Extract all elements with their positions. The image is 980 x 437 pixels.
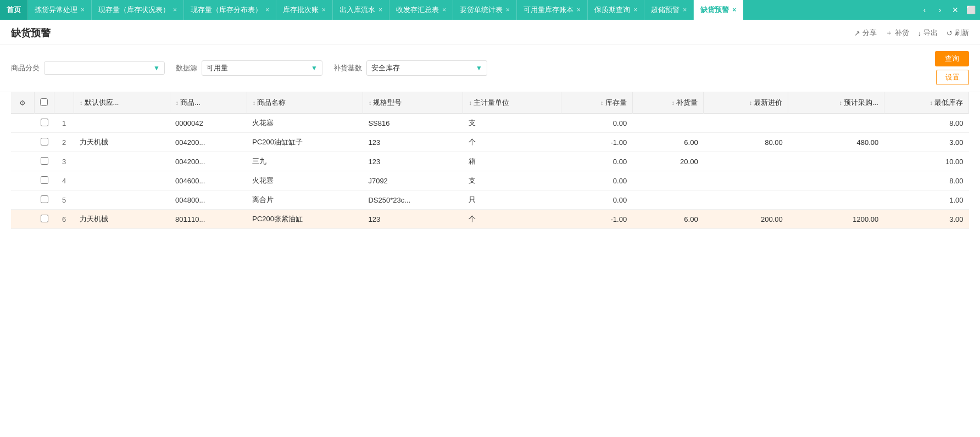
tab-shortage-warning-close[interactable]: × [732,6,736,14]
datasource-value: 可用量 [207,63,228,73]
row-min-stock: 8.00 [884,171,968,191]
tab-nav-buttons: ‹ › ✕ ⬜ [917,3,980,17]
row-spec: SS816 [363,114,463,133]
row-code: 801110... [170,210,247,229]
datasource-select[interactable]: 可用量 ▼ [202,60,322,76]
row-checkbox[interactable] [41,138,48,145]
row-setting-cell [11,191,35,210]
row-setting-cell [11,133,35,152]
tab-overstock-warning-close[interactable]: × [683,6,687,14]
col-code[interactable]: 商品... [170,92,247,114]
tab-receive-summary[interactable]: 收发存汇总表 × [389,0,453,20]
row-replenish [632,114,704,133]
tab-bar: 首页 拣货异常处理 × 现存量（库存状况表） × 现存量（库存分布表） × 库存… [0,0,980,20]
row-setting-cell [11,114,35,133]
row-checkbox-cell[interactable] [35,133,54,152]
tab-order-stats-close[interactable]: × [506,6,510,14]
row-min-stock: 3.00 [884,133,968,152]
row-checkbox-cell[interactable] [35,191,54,210]
row-code: 0000042 [170,114,247,133]
category-filter-group: 商品分类 ▼ [11,61,165,75]
row-unit: 箱 [463,152,561,171]
row-checkbox-cell[interactable] [35,114,54,133]
tab-stock-dist[interactable]: 现存量（库存分布表） × [184,0,276,20]
select-all-checkbox[interactable] [40,98,48,106]
row-name: PC200张紧油缸 [247,210,363,229]
tab-exception[interactable]: 拣货异常处理 × [28,0,92,20]
row-code: 004200... [170,133,247,152]
row-replenish: 6.00 [632,133,704,152]
col-supplier[interactable]: 默认供应... [74,92,170,114]
page-title: 缺货预警 [11,26,854,40]
tab-inout-flow[interactable]: 出入库流水 × [333,0,389,20]
col-spec[interactable]: 规格型号 [363,92,463,114]
row-replenish: 6.00 [632,210,704,229]
row-min-stock: 1.00 [884,191,968,210]
col-name[interactable]: 商品名称 [247,92,363,114]
tab-available-ledger[interactable]: 可用量库存账本 × [517,0,588,20]
row-checkbox[interactable] [41,215,48,222]
filter-area: 商品分类 ▼ 数据源 可用量 ▼ 补货基数 安全库存 ▼ 查询 设置 [0,44,980,92]
row-stock: 0.00 [561,114,633,133]
tab-expiry-query-close[interactable]: × [633,6,637,14]
col-estimated-purchase[interactable]: 预计采购... [788,92,884,114]
tab-exception-close[interactable]: × [81,6,85,14]
row-latest-price [704,191,788,210]
row-latest-price [704,171,788,191]
refresh-button[interactable]: ↺ 刷新 [946,28,969,38]
row-number: 4 [54,171,74,191]
row-code: 004800... [170,191,247,210]
col-setting[interactable]: ⚙ [11,92,35,114]
tab-stock-status-close[interactable]: × [173,6,177,14]
table-container: ⚙ 默认供应... 商品... 商品名称 [0,92,980,229]
table-row: 6 力天机械 801110... PC200张紧油缸 123 个 -1.00 6… [11,210,969,229]
tab-next-button[interactable]: › [933,3,947,17]
tab-inout-flow-close[interactable]: × [378,6,382,14]
row-code: 004600... [170,171,247,191]
row-latest-price [704,114,788,133]
tab-stock-batch-close[interactable]: × [322,6,326,14]
tab-order-stats[interactable]: 要货单统计表 × [453,0,517,20]
row-checkbox[interactable] [41,195,48,203]
row-checkbox-cell[interactable] [35,152,54,171]
row-checkbox[interactable] [41,119,48,126]
tab-stock-batch[interactable]: 库存批次账 × [276,0,333,20]
row-checkbox-cell[interactable] [35,210,54,229]
replenish-base-select[interactable]: 安全库存 ▼ [366,60,487,76]
settings-button[interactable]: 设置 [936,70,969,85]
col-min-stock[interactable]: 最低库存 [884,92,968,114]
tab-expiry-query[interactable]: 保质期查询 × [588,0,644,20]
row-checkbox[interactable] [41,157,48,165]
share-button[interactable]: ↗ 分享 [854,28,877,38]
category-select[interactable]: ▼ [44,61,165,75]
tab-close-all-button[interactable]: ✕ [948,3,962,17]
row-checkbox[interactable] [41,176,48,184]
tab-stock-status[interactable]: 现存量（库存状况表） × [92,0,184,20]
col-unit[interactable]: 主计量单位 [463,92,561,114]
col-replenish[interactable]: 补货量 [632,92,704,114]
row-estimated-purchase [788,152,884,171]
row-number: 1 [54,114,74,133]
replenish-button[interactable]: ＋ 补货 [886,28,909,38]
tab-home[interactable]: 首页 [0,0,28,20]
tab-available-ledger-close[interactable]: × [577,6,581,14]
export-button[interactable]: ↓ 导出 [918,28,938,38]
col-latest-price[interactable]: 最新进价 [704,92,788,114]
col-stock[interactable]: 库存量 [561,92,633,114]
tab-stock-dist-close[interactable]: × [265,6,269,14]
table-row: 4 004600... 火花塞 J7092 支 0.00 8.00 [11,171,969,191]
row-number: 2 [54,133,74,152]
settings-gear-icon[interactable]: ⚙ [16,97,29,109]
row-unit: 支 [463,171,561,191]
row-checkbox-cell[interactable] [35,171,54,191]
tab-receive-summary-close[interactable]: × [442,6,446,14]
tab-prev-button[interactable]: ‹ [917,3,932,17]
tab-expand-button[interactable]: ⬜ [964,3,978,17]
query-button[interactable]: 查询 [935,51,969,66]
row-latest-price: 80.00 [704,133,788,152]
row-number: 3 [54,152,74,171]
tab-overstock-warning[interactable]: 超储预警 × [644,0,694,20]
tab-shortage-warning[interactable]: 缺货预警 × [694,0,743,20]
table-row: 2 力天机械 004200... PC200油缸缸子 123 个 -1.00 6… [11,133,969,152]
datasource-dropdown-icon: ▼ [311,64,318,72]
